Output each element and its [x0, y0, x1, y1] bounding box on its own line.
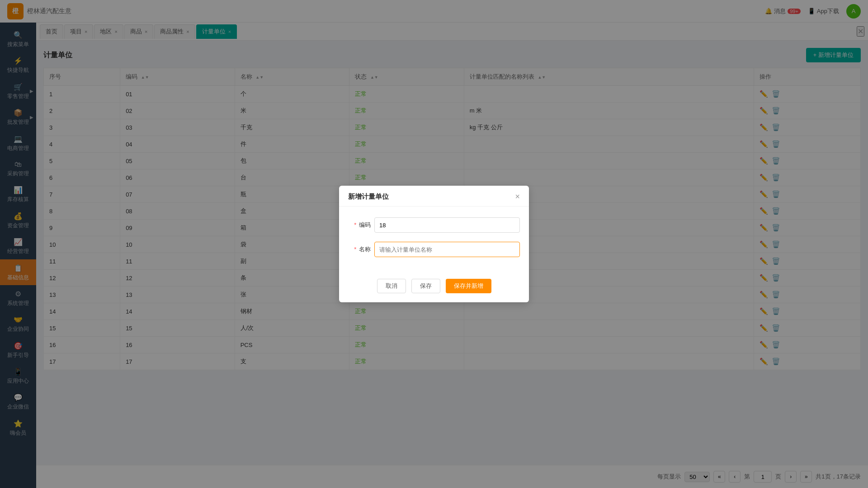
dialog-header: 新增计量单位 ×	[339, 186, 529, 206]
name-input[interactable]	[374, 242, 520, 257]
required-star-code: *	[354, 221, 356, 228]
add-unit-dialog: 新增计量单位 × * 编码 * 名称 取消 保存 保存并新增	[339, 186, 529, 302]
form-row-name: * 名称	[348, 242, 520, 257]
code-input[interactable]	[374, 217, 520, 233]
save-button[interactable]: 保存	[411, 279, 440, 293]
dialog-body: * 编码 * 名称	[339, 206, 529, 273]
modal-overlay[interactable]: 新增计量单位 × * 编码 * 名称 取消 保存 保存并新增	[0, 0, 868, 488]
dialog-footer: 取消 保存 保存并新增	[339, 273, 529, 302]
cancel-button[interactable]: 取消	[377, 279, 406, 293]
dialog-close-btn[interactable]: ×	[515, 192, 520, 202]
required-star-name: *	[354, 246, 356, 253]
code-label: * 编码	[348, 221, 371, 229]
save-and-new-button[interactable]: 保存并新增	[446, 279, 491, 293]
form-row-code: * 编码	[348, 217, 520, 233]
dialog-title: 新增计量单位	[348, 192, 389, 201]
name-label: * 名称	[348, 245, 371, 253]
